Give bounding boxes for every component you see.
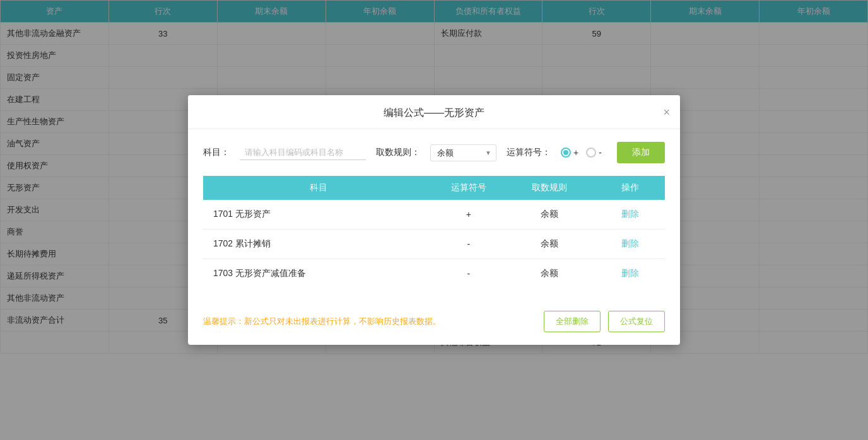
table-cell-rule: 余额 — [503, 200, 595, 229]
radio-minus[interactable]: - — [586, 148, 602, 158]
modal-header: 编辑公式——无形资产 × — [188, 95, 680, 129]
footer-buttons: 全部删除 公式复位 — [544, 311, 665, 332]
modal-title: 编辑公式——无形资产 — [384, 107, 484, 120]
table-cell-action: 删除 — [595, 229, 665, 259]
subject-label: 科目： — [203, 147, 230, 158]
subject-input[interactable] — [240, 145, 366, 160]
operator-radio-group: + - — [561, 148, 602, 158]
table-row: 1701 无形资产+余额删除 — [203, 200, 665, 229]
radio-minus-icon — [586, 148, 596, 158]
table-cell-operator: - — [434, 259, 503, 289]
modal-footer: 温馨提示：新公式只对未出报表进行计算，不影响历史报表数据。 全部删除 公式复位 — [188, 301, 680, 345]
table-cell-action: 删除 — [595, 200, 665, 229]
radio-plus-label: + — [573, 148, 578, 158]
data-table: 科目 运算符号 取数规则 操作 1701 无形资产+余额删除1702 累计摊销-… — [203, 176, 665, 288]
delete-row-link[interactable]: 删除 — [621, 268, 639, 278]
table-cell-rule: 余额 — [503, 259, 595, 289]
radio-plus-icon — [561, 148, 571, 158]
col-header-action: 操作 — [595, 176, 665, 200]
table-cell-operator: - — [434, 229, 503, 259]
add-button[interactable]: 添加 — [617, 142, 665, 163]
table-cell-rule: 余额 — [503, 229, 595, 259]
table-cell-action: 删除 — [595, 259, 665, 289]
radio-plus[interactable]: + — [561, 148, 578, 158]
rule-select[interactable]: 余额 借方发生额 贷方发生额 — [430, 144, 496, 161]
table-row: 1702 累计摊销-余额删除 — [203, 229, 665, 259]
table-cell-subject: 1703 无形资产减值准备 — [203, 259, 434, 289]
table-cell-subject: 1702 累计摊销 — [203, 229, 434, 259]
delete-row-link[interactable]: 删除 — [621, 209, 639, 219]
col-header-subject: 科目 — [203, 176, 434, 200]
operator-label: 运算符号： — [507, 147, 551, 158]
modal-overlay: 编辑公式——无形资产 × 科目： 取数规则： 余额 借方发生额 贷方发生额 ▼ — [0, 0, 868, 440]
form-row: 科目： 取数规则： 余额 借方发生额 贷方发生额 ▼ 运算符号： + — [203, 142, 665, 163]
modal-close-button[interactable]: × — [663, 107, 670, 118]
table-row: 1703 无形资产减值准备-余额删除 — [203, 259, 665, 289]
col-header-rule: 取数规则 — [503, 176, 595, 200]
rule-select-wrapper: 余额 借方发生额 贷方发生额 ▼ — [430, 144, 496, 161]
table-cell-operator: + — [434, 200, 503, 229]
table-cell-subject: 1701 无形资产 — [203, 200, 434, 229]
modal: 编辑公式——无形资产 × 科目： 取数规则： 余额 借方发生额 贷方发生额 ▼ — [188, 95, 680, 345]
radio-minus-label: - — [599, 148, 602, 158]
rule-label: 取数规则： — [376, 147, 420, 158]
col-header-operator: 运算符号 — [434, 176, 503, 200]
reset-formula-button[interactable]: 公式复位 — [608, 311, 665, 332]
delete-all-button[interactable]: 全部删除 — [544, 311, 601, 332]
footer-tip: 温馨提示：新公式只对未出报表进行计算，不影响历史报表数据。 — [203, 316, 441, 327]
delete-row-link[interactable]: 删除 — [621, 238, 639, 248]
modal-body: 科目： 取数规则： 余额 借方发生额 贷方发生额 ▼ 运算符号： + — [188, 129, 680, 301]
